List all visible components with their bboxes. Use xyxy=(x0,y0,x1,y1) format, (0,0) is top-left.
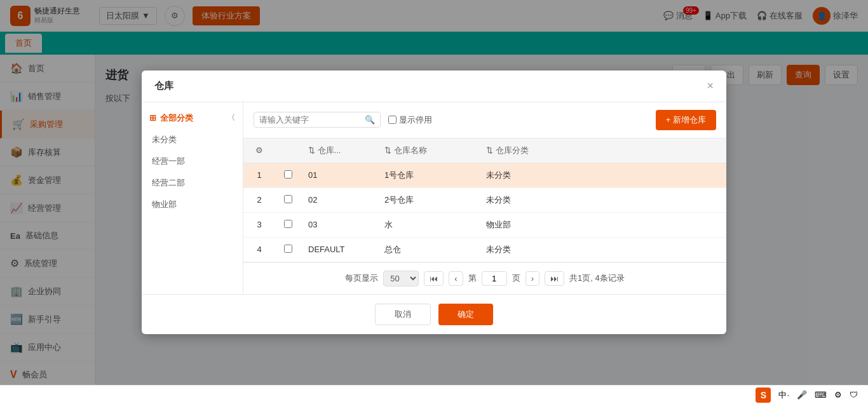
row-seq: 2 xyxy=(243,187,275,212)
mic-icon: 🎤 xyxy=(797,390,807,400)
row-category: 未分类 xyxy=(478,163,726,187)
per-page-label: 每页显示 xyxy=(345,273,378,284)
row-name: 2号仓库 xyxy=(377,187,478,212)
row-seq: 4 xyxy=(243,237,275,262)
modal-title: 仓库 xyxy=(154,80,173,92)
warehouse-content: 🔍 显示停用 + 新增仓库 ⚙ xyxy=(243,102,726,294)
row-code: DEFAULT xyxy=(301,237,377,262)
bottombar: S 中· 🎤 ⌨ ⚙ 🛡 xyxy=(0,385,868,404)
settings-icon: ⚙ xyxy=(834,390,842,400)
category-item-dept2[interactable]: 经营二部 xyxy=(142,172,243,194)
modal-close-button[interactable]: × xyxy=(707,79,714,93)
cancel-button[interactable]: 取消 xyxy=(375,304,431,325)
page-word: 第 xyxy=(468,273,477,284)
show-disabled-text: 显示停用 xyxy=(399,114,432,126)
row-check[interactable] xyxy=(275,187,301,212)
next-page-button[interactable]: › xyxy=(526,271,539,286)
search-icon: 🔍 xyxy=(365,115,375,125)
table-body: 1 01 1号仓库 未分类 2 02 2号仓库 xyxy=(243,163,726,262)
table-row[interactable]: 3 03 水 物业部 xyxy=(243,212,726,237)
ime-label: 中· xyxy=(778,389,789,401)
prev-page-button[interactable]: ‹ xyxy=(449,271,463,286)
row-checkbox[interactable] xyxy=(284,245,292,253)
per-page-select[interactable]: 50 100 xyxy=(383,271,419,286)
page-unit: 页 xyxy=(512,273,520,284)
col-header-name: ⇅ 仓库名称 xyxy=(377,138,478,163)
row-check[interactable] xyxy=(275,212,301,237)
search-box: 🔍 xyxy=(254,112,381,128)
row-code: 02 xyxy=(301,187,377,212)
sort-icon: ⇅ xyxy=(486,145,493,155)
first-page-button[interactable]: ⏮ xyxy=(424,271,444,286)
category-item-property[interactable]: 物业部 xyxy=(142,194,243,215)
category-item-unclassified[interactable]: 未分类 xyxy=(142,129,243,151)
row-seq: 1 xyxy=(243,163,275,187)
sort-icon: ⇅ xyxy=(308,145,315,155)
row-code: 03 xyxy=(301,212,377,237)
modal-footer: 取消 确定 xyxy=(142,294,726,334)
keyboard-icon: ⌨ xyxy=(815,390,827,400)
add-warehouse-button[interactable]: + 新增仓库 xyxy=(656,110,716,130)
show-disabled-checkbox[interactable] xyxy=(388,116,397,124)
modal-header: 仓库 × xyxy=(142,71,726,102)
row-checkbox[interactable] xyxy=(284,220,292,228)
total-info: 共1页, 4条记录 xyxy=(569,273,625,284)
confirm-button[interactable]: 确定 xyxy=(438,304,493,325)
table-row[interactable]: 2 02 2号仓库 未分类 xyxy=(243,187,726,212)
col-header-category: ⇅ 仓库分类 xyxy=(478,138,726,163)
col-header-check xyxy=(275,138,301,163)
category-all-label: 全部分类 xyxy=(160,112,193,124)
page-number-input[interactable] xyxy=(482,271,507,286)
collapse-button[interactable]: 《 xyxy=(227,112,235,123)
table-row[interactable]: 4 DEFAULT 总仓 未分类 xyxy=(243,237,726,262)
col-header-code: ⇅ 仓库... xyxy=(301,138,377,163)
show-disabled-label: 显示停用 xyxy=(388,114,432,126)
row-category: 未分类 xyxy=(478,187,726,212)
table-scroll: ⚙ ⇅ 仓库... ⇅ 仓库名称 xyxy=(243,138,726,262)
s-logo: S xyxy=(756,387,771,403)
content-toolbar: 🔍 显示停用 + 新增仓库 xyxy=(243,102,726,138)
row-category: 物业部 xyxy=(478,212,726,237)
pagination: 每页显示 50 100 ⏮ ‹ 第 页 › ⏭ 共1页, 4条记录 xyxy=(243,262,726,294)
table-header: ⚙ ⇅ 仓库... ⇅ 仓库名称 xyxy=(243,138,726,163)
row-checkbox[interactable] xyxy=(284,170,292,178)
warehouse-table: ⚙ ⇅ 仓库... ⇅ 仓库名称 xyxy=(243,138,726,262)
table-row[interactable]: 1 01 1号仓库 未分类 xyxy=(243,163,726,187)
sort-icon: ⇅ xyxy=(384,145,391,155)
row-category: 未分类 xyxy=(478,237,726,262)
modal-overlay: 仓库 × ⊞ 全部分类 《 未分类 经营一部 经营二部 物业部 xyxy=(0,0,868,404)
category-item-dept1[interactable]: 经营一部 xyxy=(142,151,243,172)
modal-body: ⊞ 全部分类 《 未分类 经营一部 经营二部 物业部 🔍 xyxy=(142,102,726,294)
search-input[interactable] xyxy=(259,115,361,125)
category-sidebar: ⊞ 全部分类 《 未分类 经营一部 经营二部 物业部 xyxy=(142,102,243,294)
row-name: 1号仓库 xyxy=(377,163,478,187)
row-check[interactable] xyxy=(275,237,301,262)
row-name: 总仓 xyxy=(377,237,478,262)
shield-icon: 🛡 xyxy=(850,390,858,400)
row-code: 01 xyxy=(301,163,377,187)
category-header[interactable]: ⊞ 全部分类 《 xyxy=(142,107,243,129)
row-checkbox[interactable] xyxy=(284,195,292,203)
col-header-gear: ⚙ xyxy=(243,138,275,163)
last-page-button[interactable]: ⏭ xyxy=(545,271,564,286)
grid-icon: ⊞ xyxy=(149,113,156,123)
row-check[interactable] xyxy=(275,163,301,187)
warehouse-modal: 仓库 × ⊞ 全部分类 《 未分类 经营一部 经营二部 物业部 xyxy=(142,71,726,334)
row-seq: 3 xyxy=(243,212,275,237)
category-header-label: ⊞ 全部分类 xyxy=(149,112,193,124)
row-name: 水 xyxy=(377,212,478,237)
